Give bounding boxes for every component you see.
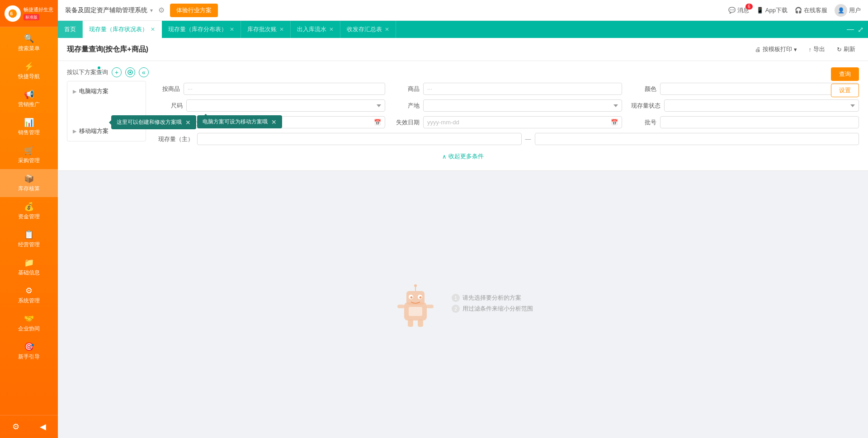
- stock-qty-min[interactable]: [197, 133, 522, 145]
- cart-icon: 🛒: [24, 146, 34, 155]
- sidebar-settings-btn[interactable]: ⚙: [10, 420, 21, 433]
- sidebar-item-guide[interactable]: 🎯 新手引导: [0, 337, 58, 365]
- svg-rect-16: [409, 307, 422, 316]
- filter-row-1: 按商品 ··· 商品 ··· 颜色: [157, 83, 859, 95]
- batch-label: 批号: [631, 118, 656, 127]
- message-icon: 💬: [728, 7, 736, 14]
- tab-home[interactable]: 首页: [58, 21, 83, 38]
- empty-step1: 1 请先选择要分析的方案: [452, 294, 533, 302]
- expire-date-input[interactable]: yyyy-mm-dd 📅: [423, 116, 622, 128]
- lightning-icon: ⚡: [24, 61, 34, 71]
- guide-icon: 🎯: [24, 342, 34, 352]
- page-content: 现存量查询(按仓库+商品) 🖨 按模板打印 ▾ ↑ 导出 ↻ 刷新: [58, 38, 868, 438]
- sidebar-item-inventory[interactable]: 📦 库存核算: [0, 169, 58, 197]
- filter-section: 按以下方案查询 + « ← ▶ 电脑端方案 ▶: [58, 61, 868, 171]
- sidebar-item-collab[interactable]: 🤝 企业协同: [0, 309, 58, 337]
- origin-select[interactable]: [423, 99, 622, 112]
- sidebar-nav: 🔍 搜索菜单 ⚡ 快捷导航 📢 营销推广 📊 销售管理 🛒 采购管理 📦 库存核…: [0, 27, 58, 415]
- tab-inout-flow[interactable]: 出入库流水 ✕: [291, 21, 340, 38]
- sidebar-item-sales[interactable]: 📊 销售管理: [0, 113, 58, 141]
- stock-status-label: 现存量状态: [631, 102, 660, 110]
- filter-batch: 批号: [631, 116, 859, 128]
- tab-summary[interactable]: 收发存汇总表 ✕: [340, 21, 396, 38]
- sidebar: 6 畅捷通好生意 标准版 🔍 搜索菜单 ⚡ 快捷导航 📢 营销推广 📊 销售管理…: [0, 0, 58, 438]
- sidebar-item-purchase[interactable]: 🛒 采购管理: [0, 141, 58, 169]
- add-scheme-btn[interactable]: +: [112, 67, 122, 77]
- user-menu[interactable]: 👤 用户: [835, 4, 861, 17]
- query-btn[interactable]: 查询: [831, 67, 859, 81]
- online-service-btn[interactable]: 🎧 在线客服: [795, 6, 827, 14]
- collapse-btn[interactable]: ∧ 收起更多条件: [67, 149, 859, 164]
- system-name: 装备及固定资产辅助管理系统 ▾: [65, 6, 153, 14]
- settings-icon[interactable]: ⚙: [158, 6, 165, 14]
- sidebar-item-quick-nav[interactable]: ⚡ 快捷导航: [0, 57, 58, 85]
- industry-btn[interactable]: 体验行业方案: [170, 4, 218, 17]
- refresh-btn[interactable]: ↻ 刷新: [833, 43, 859, 55]
- tab-minimize-btn[interactable]: —: [847, 25, 854, 33]
- print-dropdown-icon: ▾: [794, 46, 797, 53]
- user-avatar: 👤: [835, 4, 847, 17]
- tab-inventory-status[interactable]: 现存量（库存状况表） ✕: [83, 21, 162, 38]
- clipboard-icon: 📋: [24, 230, 34, 240]
- message-btn[interactable]: 💬 消息 6: [728, 6, 749, 14]
- sidebar-item-search[interactable]: 🔍 搜索菜单: [0, 29, 58, 57]
- stock-qty-max[interactable]: [535, 133, 859, 145]
- scheme-edit-tooltip: 这里可以创建和修改方案哦 ✕: [111, 115, 196, 129]
- calendar-icon-2: 📅: [611, 119, 618, 126]
- handshake-icon: 🤝: [24, 314, 34, 324]
- money-icon: 💰: [24, 202, 34, 212]
- logo-text: 畅捷通好生意 标准版: [24, 6, 53, 21]
- tab-batch-account[interactable]: 库存批次账 ✕: [241, 21, 291, 38]
- tab-close-summary[interactable]: ✕: [385, 26, 389, 33]
- svg-rect-14: [397, 305, 405, 308]
- filter-warehouse: 按商品 ···: [157, 83, 385, 95]
- empty-illustration: [393, 282, 438, 327]
- batch-input[interactable]: [660, 116, 859, 128]
- scheme-edit-tooltip-close[interactable]: ✕: [185, 119, 191, 126]
- system-dropdown-arrow[interactable]: ▾: [150, 7, 153, 14]
- page-title: 现存量查询(按仓库+商品): [67, 45, 148, 54]
- export-btn[interactable]: ↑ 导出: [805, 43, 829, 55]
- app-download-btn[interactable]: 📱 App下载: [756, 6, 788, 14]
- sidebar-item-finance[interactable]: 💰 资金管理: [0, 197, 58, 225]
- color-select[interactable]: [660, 83, 859, 95]
- tab-close-batch[interactable]: ✕: [279, 26, 284, 33]
- tab-fullscreen-btn[interactable]: ⤢: [858, 25, 863, 34]
- gear-icon: ⚙: [25, 286, 33, 296]
- print-btn[interactable]: 🖨 按模板打印 ▾: [751, 43, 801, 55]
- headset-icon: 🎧: [795, 7, 802, 14]
- edit-scheme-btn[interactable]: [125, 67, 135, 77]
- tab-inventory-dist[interactable]: 现存量（库存分布表） ✕: [162, 21, 241, 38]
- stock-qty-label: 现存量（主）: [157, 135, 193, 143]
- svg-text:6: 6: [10, 11, 13, 16]
- warehouse-input[interactable]: ···: [184, 83, 385, 95]
- back-scheme-btn[interactable]: «: [139, 67, 149, 77]
- filter-color: 颜色: [631, 83, 859, 95]
- topbar-right: 💬 消息 6 📱 App下载 🎧 在线客服 👤 用户: [728, 4, 861, 17]
- filter-stock-qty-row: 现存量（主） —: [157, 133, 859, 145]
- reset-btn[interactable]: 设置: [831, 84, 859, 97]
- sidebar-logo: 6 畅捷通好生意 标准版: [0, 0, 58, 27]
- sidebar-item-system[interactable]: ⚙ 系统管理: [0, 281, 58, 309]
- sidebar-item-marketing[interactable]: 📢 营销推广: [0, 85, 58, 113]
- empty-content: 1 请先选择要分析的方案 2 用过滤条件来缩小分析范围: [393, 282, 533, 327]
- color-label: 颜色: [631, 85, 656, 93]
- svg-rect-15: [426, 305, 434, 308]
- scheme-pc-group[interactable]: ▶ 电脑端方案: [67, 85, 146, 98]
- tab-action-area: — ⤢: [842, 25, 868, 34]
- tab-close-inventory-status[interactable]: ✕: [151, 26, 155, 33]
- tab-close-inventory-dist[interactable]: ✕: [230, 26, 234, 33]
- goods-input[interactable]: ···: [423, 83, 622, 95]
- range-sep: —: [525, 136, 531, 142]
- tab-close-flow[interactable]: ✕: [329, 26, 334, 33]
- scheme-tooltip-close[interactable]: ✕: [271, 118, 277, 126]
- svg-rect-13: [418, 320, 423, 327]
- stock-status-select[interactable]: [664, 99, 859, 112]
- warehouse-dots: ···: [188, 85, 193, 92]
- size-select[interactable]: [186, 99, 385, 112]
- filter-stock-status: 现存量状态: [631, 99, 859, 112]
- sidebar-item-operations[interactable]: 📋 经营管理: [0, 225, 58, 253]
- filter-goods: 商品 ···: [394, 83, 622, 95]
- sidebar-collapse-btn[interactable]: ◀: [38, 420, 48, 433]
- sidebar-item-basic-info[interactable]: 📁 基础信息: [0, 253, 58, 281]
